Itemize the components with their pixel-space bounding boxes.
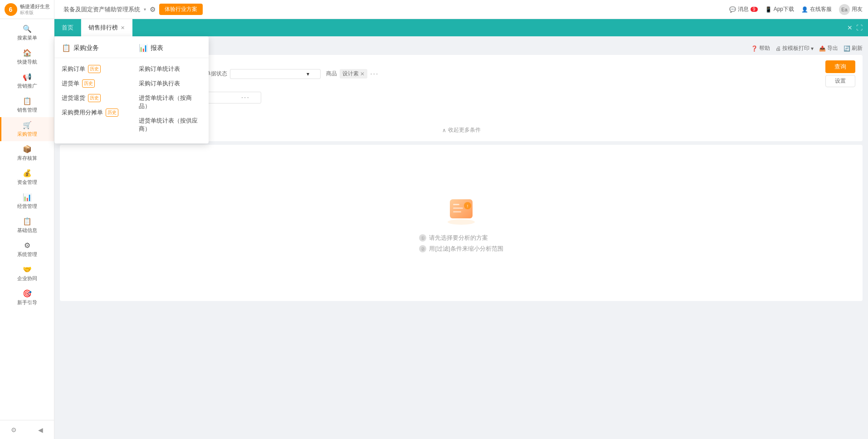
service-icon: 👤 — [801, 6, 808, 13]
system-title: 装备及固定资产辅助管理系统 — [63, 5, 140, 14]
home-icon: 🏠 — [23, 49, 32, 57]
tab-home[interactable]: 首页 — [54, 19, 81, 36]
dropdown-item-order-exec[interactable]: 采购订单执行表 — [132, 76, 209, 91]
salesperson-dots[interactable]: ··· — [241, 94, 250, 102]
svg-text:!: ! — [467, 204, 468, 208]
action-buttons: 查询 设置 — [825, 60, 855, 87]
sidebar-item-marketing[interactable]: 📢 营销推广 — [0, 69, 54, 93]
purchase-section-title: 📋 采购业务 — [54, 42, 132, 54]
hist-badge-2: 历史 — [82, 79, 95, 88]
svg-point-0 — [448, 219, 475, 225]
purchase-col: 采购订单 历史 进货单 历史 进货退货 历史 采购费用分摊单 历史 — [54, 60, 132, 138]
print-btn[interactable]: 🖨 按模板打印 ▾ — [775, 44, 814, 52]
dropdown-item-return[interactable]: 进货退货 历史 — [54, 91, 132, 105]
voucher-status-select[interactable]: ▾ — [230, 69, 321, 79]
help-icon: ❓ — [751, 45, 758, 52]
content-area: ! ① 请先选择要分析的方案 ② 用[过滤]条件来缩小分析范围 — [60, 145, 863, 301]
hist-badge-1: 历史 — [88, 65, 101, 73]
sidebar-item-base-info[interactable]: 📋 基础信息 — [0, 213, 54, 237]
system-icon: ⚙ — [24, 241, 30, 250]
sidebar-item-purchase[interactable]: 🛒 采购管理 — [0, 117, 54, 141]
dropdown-content: 采购订单 历史 进货单 历史 进货退货 历史 采购费用分摊单 历史 采购订单统计… — [54, 60, 209, 138]
print-arrow[interactable]: ▾ — [811, 45, 814, 52]
export-btn[interactable]: 📤 导出 — [819, 44, 838, 52]
dropdown-item-incoming-supplier-stat[interactable]: 进货单统计表（按供应商） — [132, 113, 209, 136]
settings-bottom-icon[interactable]: ⚙ — [11, 426, 17, 434]
empty-icon: ! — [443, 190, 479, 227]
hist-badge-4: 历史 — [106, 109, 118, 117]
voucher-status-label: 单据状态 — [205, 70, 227, 78]
top-right-area: 💬 消息 9 📱 App下载 👤 在线客服 Ea 用友 — [729, 4, 863, 15]
sidebar-item-inventory[interactable]: 📦 库存核算 — [0, 141, 54, 165]
tab-bar-right: ✕ ⛶ — [847, 24, 868, 31]
export-icon: 📤 — [819, 45, 826, 52]
goods-tag-close[interactable]: ✕ — [360, 71, 365, 77]
sidebar-item-enterprise[interactable]: 🤝 企业协同 — [0, 261, 54, 286]
empty-state: ! ① 请先选择要分析的方案 ② 用[过滤]条件来缩小分析范围 — [69, 154, 853, 292]
sidebar-bottom: ⚙ ◀ — [0, 420, 54, 439]
gear-icon[interactable]: ⚙ — [150, 5, 156, 14]
message-icon: 💬 — [729, 6, 736, 13]
tab-expand-icon[interactable]: ⛶ — [856, 24, 863, 31]
purchase-section-icon: 📋 — [62, 44, 71, 52]
sidebar-nav: 🔍 搜索菜单 🏠 快捷导航 📢 营销推广 📋 销售管理 🛒 采购管理 📦 库存核… — [0, 19, 54, 420]
sidebar-item-search[interactable]: 🔍 搜索菜单 — [0, 21, 54, 45]
app-download-btn[interactable]: 📱 App下载 — [765, 5, 794, 13]
tab-bar: 首页 销售排行榜 ✕ ✕ ⛶ — [54, 19, 868, 36]
dropdown-item-incoming[interactable]: 进货单 历史 — [54, 76, 132, 91]
dropdown-item-incoming-goods-stat[interactable]: 进货单统计表（按商品） — [132, 91, 209, 113]
collapse-arrow-icon: ∧ — [442, 127, 446, 133]
sidebar-item-newbie[interactable]: 🎯 新手引导 — [0, 286, 54, 310]
tab-close-all-icon[interactable]: ✕ — [847, 24, 853, 31]
svg-rect-4 — [453, 211, 461, 212]
sidebar-item-operation[interactable]: 📊 经营管理 — [0, 189, 54, 213]
message-btn[interactable]: 💬 消息 9 — [729, 5, 758, 13]
megaphone-icon: 📢 — [23, 73, 32, 81]
report-section-icon: 📊 — [139, 44, 148, 52]
empty-hints: ① 请先选择要分析的方案 ② 用[过滤]条件来缩小分析范围 — [419, 234, 503, 256]
print-icon: 🖨 — [775, 45, 781, 52]
goods-more-btn[interactable]: ··· — [370, 70, 379, 78]
logo-icon: 6 — [5, 3, 17, 16]
newbie-icon: 🎯 — [23, 289, 32, 298]
report-col: 采购订单统计表 采购订单执行表 进货单统计表（按商品） 进货单统计表（按供应商） — [132, 60, 209, 138]
dropdown-item-expense[interactable]: 采购费用分摊单 历史 — [54, 105, 132, 120]
svg-rect-3 — [453, 207, 463, 209]
dropdown-item-purchase-order[interactable]: 采购订单 历史 — [54, 62, 132, 76]
sidebar-logo: 6 畅捷通好生意 标准版 — [0, 0, 54, 19]
tab-close-icon[interactable]: ✕ — [121, 25, 125, 31]
hist-badge-3: 历史 — [88, 94, 101, 102]
voucher-status-filter: 单据状态 ▾ — [205, 69, 321, 79]
refresh-icon: 🔄 — [844, 45, 850, 52]
search-icon: 🔍 — [23, 25, 32, 33]
setting-btn[interactable]: 设置 — [825, 75, 855, 87]
query-btn[interactable]: 查询 — [825, 60, 855, 73]
sidebar-item-quick-nav[interactable]: 🏠 快捷导航 — [0, 45, 54, 69]
system-title-area: 装备及固定资产辅助管理系统 ▾ ⚙ 体验行业方案 — [63, 4, 729, 15]
sidebar-item-fund[interactable]: 💰 资金管理 — [0, 165, 54, 189]
report-section-title: 📊 报表 — [132, 42, 209, 54]
avatar: Ea — [839, 4, 850, 15]
sales-icon: 📋 — [23, 97, 32, 105]
dropdown-item-order-stat[interactable]: 采购订单统计表 — [132, 62, 209, 76]
online-service-btn[interactable]: 👤 在线客服 — [801, 5, 832, 13]
svg-rect-2 — [453, 204, 459, 205]
empty-hint-1: ① 请先选择要分析的方案 — [419, 234, 503, 242]
tab-sales-rank[interactable]: 销售排行榜 ✕ — [81, 19, 132, 36]
inventory-icon: 📦 — [23, 145, 32, 153]
user-btn[interactable]: Ea 用友 — [839, 4, 863, 15]
base-info-icon: 📋 — [23, 217, 32, 226]
goods-filter: 商品 设计素 ✕ ··· — [326, 69, 379, 79]
logo-text: 畅捷通好生意 标准版 — [20, 3, 50, 15]
sidebar: 6 畅捷通好生意 标准版 🔍 搜索菜单 🏠 快捷导航 📢 营销推广 📋 销售管理… — [0, 0, 54, 439]
industry-btn[interactable]: 体验行业方案 — [159, 4, 203, 15]
sidebar-item-sales[interactable]: 📋 销售管理 — [0, 93, 54, 117]
sidebar-item-system[interactable]: ⚙ 系统管理 — [0, 237, 54, 261]
dropdown-menu: 📋 采购业务 📊 报表 采购订单 历史 进货单 历史 进货退货 历史 采购费用分… — [54, 36, 209, 143]
phone-icon: 📱 — [765, 6, 772, 13]
title-dropdown-arrow[interactable]: ▾ — [144, 7, 146, 12]
enterprise-icon: 🤝 — [23, 265, 32, 274]
refresh-btn[interactable]: 🔄 刷新 — [844, 44, 863, 52]
collapse-sidebar-icon[interactable]: ◀ — [38, 426, 43, 434]
help-btn[interactable]: ❓ 帮助 — [751, 44, 770, 52]
